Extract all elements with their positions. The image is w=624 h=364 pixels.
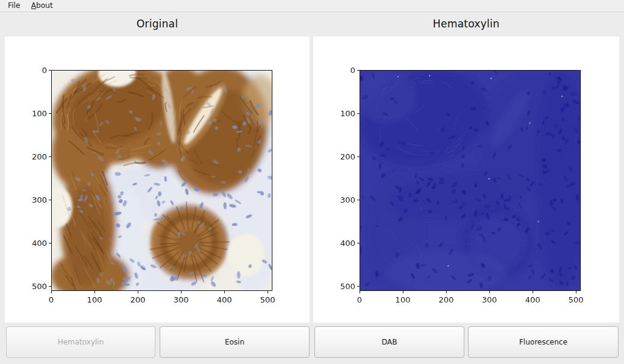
y-tick-label: 400 — [330, 239, 355, 247]
y-tick-mark — [49, 286, 51, 287]
y-tick-mark — [49, 243, 51, 243]
y-tick-mark — [357, 200, 360, 200]
y-tick-mark — [49, 156, 51, 157]
x-tick-mark — [51, 291, 52, 293]
original-image — [52, 71, 272, 290]
x-tick-label: 400 — [217, 296, 232, 304]
x-tick-mark — [489, 291, 490, 293]
original-panel: 00100100200200300300400400500500 — [5, 37, 310, 323]
x-tick-label: 100 — [87, 296, 102, 304]
y-tick-label: 500 — [21, 282, 47, 290]
y-tick-label: 400 — [21, 239, 47, 247]
y-tick-label: 100 — [330, 110, 355, 117]
x-tick-label: 400 — [525, 296, 541, 304]
hematoxylin-button[interactable]: Hematoxylin — [6, 326, 155, 358]
x-tick-label: 200 — [439, 296, 454, 304]
x-tick-label: 0 — [357, 296, 362, 304]
x-tick-mark — [403, 291, 403, 293]
x-tick-mark — [533, 291, 533, 293]
hematoxylin-panel: 00100100200200300300400400500500 — [313, 37, 619, 323]
x-tick-mark — [94, 291, 95, 293]
x-tick-label: 200 — [130, 296, 146, 304]
menu-item-file[interactable]: File — [2, 0, 26, 12]
x-tick-mark — [360, 291, 360, 293]
y-tick-label: 0 — [330, 66, 355, 74]
y-tick-label: 0 — [21, 66, 47, 74]
x-tick-mark — [268, 291, 268, 293]
y-tick-mark — [49, 113, 51, 114]
fluorescence-button[interactable]: Fluorescence — [468, 326, 619, 358]
y-tick-label: 200 — [330, 153, 355, 161]
y-tick-label: 300 — [21, 196, 47, 204]
y-tick-label: 200 — [21, 153, 47, 161]
original-title: Original — [5, 18, 310, 30]
hematoxylin-plot — [360, 70, 581, 291]
hematoxylin-image — [360, 71, 580, 290]
y-tick-mark — [357, 243, 360, 243]
eosin-button[interactable]: Eosin — [160, 326, 310, 358]
y-tick-mark — [49, 200, 51, 200]
y-tick-label: 500 — [330, 282, 355, 290]
x-tick-label: 500 — [569, 296, 584, 304]
x-tick-mark — [224, 291, 225, 293]
x-tick-mark — [138, 291, 138, 293]
x-tick-label: 300 — [482, 296, 497, 304]
y-tick-label: 100 — [21, 110, 47, 117]
menu-item-about[interactable]: About — [26, 0, 58, 12]
y-tick-mark — [357, 70, 360, 71]
y-tick-mark — [357, 156, 360, 157]
y-tick-label: 300 — [330, 196, 355, 204]
x-tick-label: 300 — [174, 296, 189, 304]
x-tick-mark — [446, 291, 447, 293]
dab-button[interactable]: DAB — [314, 326, 464, 358]
x-tick-mark — [576, 291, 576, 293]
original-plot — [51, 70, 272, 291]
y-tick-mark — [357, 113, 360, 114]
x-tick-label: 500 — [260, 296, 275, 304]
x-tick-label: 100 — [395, 296, 411, 304]
y-tick-mark — [49, 70, 51, 71]
x-tick-label: 0 — [49, 296, 54, 304]
x-tick-mark — [181, 291, 182, 293]
y-tick-mark — [357, 286, 360, 287]
menubar: FileAbout — [0, 0, 624, 12]
hematoxylin-title: Hematoxylin — [313, 18, 619, 30]
